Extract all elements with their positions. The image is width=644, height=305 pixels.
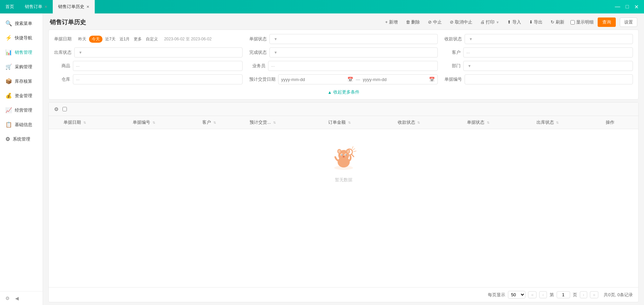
content-area: 销售订单历史 + 新增 🗑 删除 ⊘ 中止 ⊘ 取消中止 🖨 打印 ▼ ⬆ 导入…	[43, 13, 644, 305]
date-btn-more[interactable]: 更多	[132, 36, 143, 43]
expected-delivery-end[interactable]	[363, 77, 428, 82]
th-out-status[interactable]: 出库状态 ⇅	[534, 116, 603, 129]
expected-delivery-control[interactable]: 📅 — 📅	[278, 74, 438, 84]
sidebar-item-inventory-calc[interactable]: 📦 库存核算	[0, 74, 43, 88]
top-bar-tabs: 首页 销售订单 ✕ 销售订单历史 ✕	[0, 0, 613, 13]
page-title: 销售订单历史	[50, 18, 86, 26]
sidebar-item-fund-mgmt[interactable]: 💰 资金管理	[0, 88, 43, 103]
th-order-amount[interactable]: 订单金额 ⇅	[326, 116, 395, 129]
table-area: ⚙ 单据日期 ⇅ 单据编号 ⇅	[48, 102, 639, 302]
goods-control[interactable]: ···	[73, 61, 243, 71]
sidebar-item-sales-mgmt[interactable]: 📊 销售管理	[0, 45, 43, 60]
tab-home[interactable]: 首页	[0, 0, 19, 13]
query-button[interactable]: 查询	[598, 17, 616, 27]
tab-sales-order-history[interactable]: 销售订单历史 ✕	[53, 0, 95, 13]
sidebar-item-purchase-mgmt[interactable]: 🛒 采购管理	[0, 60, 43, 74]
th-bill-date[interactable]: 单据日期 ⇅	[61, 116, 130, 129]
sidebar-item-basic-info[interactable]: 📋 基础信息	[0, 117, 43, 132]
sidebar-settings-button[interactable]: ⚙	[5, 296, 10, 301]
th-receipt-status[interactable]: 收款状态 ⇅	[395, 116, 464, 129]
filter-item-warehouse: 仓库 ···	[54, 74, 243, 84]
warehouse-dots: ···	[76, 77, 80, 82]
select-all-checkbox[interactable]	[62, 107, 67, 111]
import-button[interactable]: ⬆ 导入	[505, 18, 523, 27]
table-settings-button[interactable]: ⚙	[53, 106, 60, 113]
salesperson-control[interactable]: ···	[268, 61, 438, 71]
receipt-status-control[interactable]: ▼	[465, 34, 633, 44]
dept-control[interactable]: ▼	[463, 61, 633, 71]
delete-button[interactable]: 🗑 删除	[404, 18, 422, 27]
th-customer-sort: ⇅	[213, 121, 216, 124]
show-detail-checkbox-label[interactable]: 显示明细	[570, 19, 594, 25]
page-unit: 页	[573, 292, 577, 298]
inventory-calc-icon: 📦	[5, 78, 12, 84]
out-status-label: 出库状态	[54, 49, 74, 55]
refresh-button[interactable]: ↻ 刷新	[549, 18, 566, 27]
goods-dots: ···	[76, 64, 80, 69]
date-btn-1month[interactable]: 近1月	[118, 36, 131, 43]
date-btn-7days[interactable]: 近7天	[104, 36, 117, 43]
tab-sales-order[interactable]: 销售订单 ✕	[19, 0, 53, 13]
show-detail-checkbox[interactable]	[570, 20, 575, 25]
sidebar-item-quick-nav[interactable]: ⚡ 快捷导航	[0, 31, 43, 45]
export-button[interactable]: ⬇ 导出	[527, 18, 545, 27]
maximize-button[interactable]: □	[624, 3, 630, 10]
last-page-button[interactable]: »	[590, 291, 598, 298]
basic-info-icon: 📋	[5, 121, 12, 128]
tab-sales-order-history-close[interactable]: ✕	[86, 5, 89, 9]
sidebar-collapse-button[interactable]: ◀	[15, 296, 19, 301]
next-page-button[interactable]: ›	[580, 291, 587, 298]
settings-button[interactable]: 设置	[620, 17, 637, 27]
bill-status-control[interactable]: ▼	[269, 34, 438, 44]
filter-item-date: 单据日期 昨天 今天 近7天 近1月 更多 自定义 2023-06-02 至 2…	[54, 36, 243, 43]
minimize-button[interactable]: —	[613, 3, 621, 10]
date-btn-today[interactable]: 今天	[89, 36, 102, 43]
sidebar-item-ops-mgmt[interactable]: 📈 经营管理	[0, 103, 43, 117]
th-customer[interactable]: 客户 ⇅	[200, 116, 247, 129]
sidebar-item-sales-mgmt-label: 销售管理	[15, 49, 32, 55]
calendar-end-icon[interactable]: 📅	[429, 77, 435, 82]
cancel-stop-button[interactable]: ⊘ 取消中止	[448, 18, 474, 27]
main-layout: 🔍 搜索菜单 ⚡ 快捷导航 📊 销售管理 🛒 采购管理 📦 库存核算 💰	[0, 13, 644, 305]
sidebar-item-sys-mgmt[interactable]: ⚙ 系统管理	[0, 132, 43, 146]
th-expected-delivery[interactable]: 预计交货... ⇅	[247, 116, 326, 129]
svg-line-14	[353, 149, 355, 150]
dept-arrow: ▼	[468, 64, 471, 68]
print-button[interactable]: 🖨 打印 ▼	[478, 18, 502, 27]
filter-item-customer: 客户 ···	[444, 47, 633, 58]
th-bill-number[interactable]: 单据编号 ⇅	[130, 116, 199, 129]
date-btn-yesterday[interactable]: 昨天	[77, 36, 88, 43]
sys-mgmt-icon: ⚙	[5, 136, 10, 142]
collapse-row[interactable]: ▲ 收起更多条件	[54, 88, 633, 97]
calendar-start-icon[interactable]: 📅	[347, 77, 353, 82]
out-status-control[interactable]: ▼	[74, 47, 243, 58]
bill-number-control[interactable]	[465, 74, 633, 84]
per-page-select[interactable]: 50 10 20 100	[508, 291, 525, 299]
bill-status-label: 单据状态	[249, 36, 269, 42]
stop-button[interactable]: ⊘ 中止	[426, 18, 444, 27]
new-button[interactable]: + 新增	[383, 18, 400, 27]
salesperson-dots: ···	[271, 64, 275, 69]
th-receipt-status-sort: ⇅	[417, 121, 420, 124]
page-input[interactable]	[557, 291, 570, 298]
page-header: 销售订单历史 + 新增 🗑 删除 ⊘ 中止 ⊘ 取消中止 🖨 打印 ▼ ⬆ 导入…	[43, 13, 644, 30]
customer-control[interactable]: ···	[463, 47, 633, 58]
filter-item-bill-number: 单据编号	[444, 74, 633, 84]
sidebar-item-search-menu[interactable]: 🔍 搜索菜单	[0, 16, 43, 31]
first-page-button[interactable]: «	[528, 291, 536, 298]
th-bill-status[interactable]: 单据状态 ⇅	[464, 116, 533, 129]
collapse-icon: ▲	[328, 90, 332, 95]
top-bar-actions: — □ ✕	[613, 3, 644, 11]
tab-sales-order-close[interactable]: ✕	[44, 5, 47, 9]
close-window-button[interactable]: ✕	[633, 3, 640, 11]
prev-page-button[interactable]: ‹	[539, 291, 547, 298]
bill-number-input[interactable]	[468, 77, 630, 82]
warehouse-control[interactable]: ···	[73, 74, 243, 84]
expected-delivery-start[interactable]	[281, 77, 346, 82]
filter-item-out-status: 出库状态 ▼	[54, 47, 243, 58]
date-btn-custom[interactable]: 自定义	[144, 36, 159, 43]
warehouse-label: 仓库	[54, 76, 73, 82]
show-detail-label: 显示明细	[576, 19, 594, 25]
svg-point-11	[343, 156, 345, 157]
complete-status-control[interactable]: ▼	[269, 47, 438, 58]
